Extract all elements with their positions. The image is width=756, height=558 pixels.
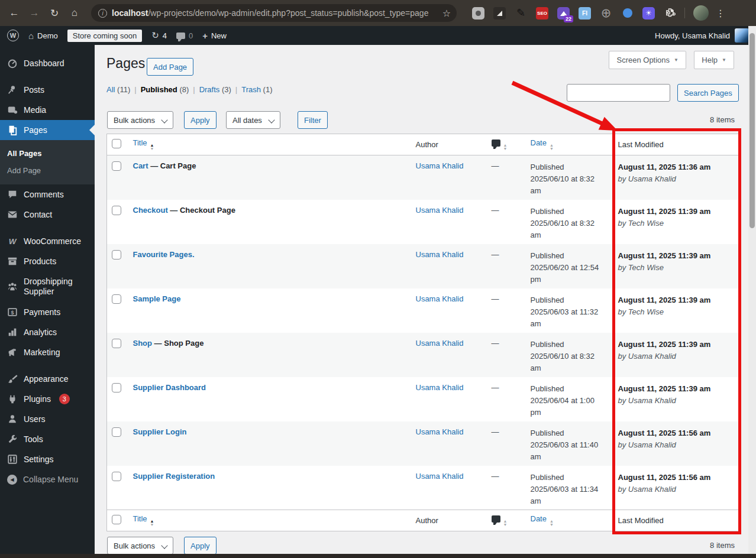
- vertical-scrollbar[interactable]: [748, 26, 756, 554]
- howdy-account-link[interactable]: Howdy, Usama Khalid: [655, 31, 730, 40]
- author-link[interactable]: Usama Khalid: [416, 339, 464, 348]
- comments-link[interactable]: 0: [176, 31, 193, 40]
- browser-menu-icon[interactable]: ⋮: [716, 8, 725, 19]
- sidebar-item-posts[interactable]: Posts: [0, 80, 95, 100]
- submenu-all-pages[interactable]: All Pages: [0, 145, 95, 162]
- sidebar-item-woocommerce[interactable]: W WooCommerce: [0, 231, 95, 251]
- dark-tool-extension-icon[interactable]: [493, 7, 506, 20]
- sidebar-item-products[interactable]: Products: [0, 251, 95, 271]
- author-link[interactable]: Usama Khalid: [416, 206, 464, 215]
- view-published-count: (8): [179, 85, 189, 94]
- search-input[interactable]: [567, 84, 670, 102]
- globe-extension-icon[interactable]: ⊕: [600, 7, 612, 20]
- home-icon[interactable]: ⌂: [66, 5, 83, 21]
- sort-title-header[interactable]: Title: [133, 138, 147, 147]
- row-checkbox[interactable]: [112, 339, 121, 348]
- sun-extension-icon[interactable]: ☀: [642, 7, 655, 20]
- apply-button[interactable]: Apply: [184, 111, 217, 129]
- view-published-link[interactable]: Published: [141, 85, 177, 94]
- bookmark-star-icon[interactable]: ☆: [442, 8, 451, 19]
- browser-profile-avatar[interactable]: [693, 5, 709, 21]
- wp-logo-menu[interactable]: W: [7, 30, 19, 41]
- collapse-menu-button[interactable]: ◀ Collapse Menu: [0, 469, 95, 489]
- row-checkbox[interactable]: [112, 250, 121, 259]
- sort-comments-header[interactable]: ▲▼: [487, 510, 526, 531]
- address-bar[interactable]: i localhost/wp-projects/demo/wp-admin/ed…: [91, 4, 457, 22]
- screenshot-extension-icon[interactable]: [472, 7, 484, 20]
- add-page-button[interactable]: Add Page: [147, 58, 193, 76]
- bulk-actions-select[interactable]: Bulk actions: [107, 111, 173, 129]
- row-checkbox[interactable]: [112, 427, 121, 437]
- site-info-icon[interactable]: i: [98, 9, 107, 18]
- sidebar-item-dashboard[interactable]: Dashboard: [0, 53, 95, 73]
- sidebar-item-payments[interactable]: $ Payments: [0, 302, 95, 322]
- help-button[interactable]: Help ▼: [694, 51, 734, 69]
- view-all-link[interactable]: All: [106, 85, 115, 94]
- search-pages-button[interactable]: Search Pages: [677, 84, 739, 102]
- apply-button-bottom[interactable]: Apply: [184, 537, 217, 554]
- author-link[interactable]: Usama Khalid: [416, 472, 464, 481]
- page-title-link[interactable]: Shop: [133, 339, 153, 348]
- select-all-checkbox[interactable]: [112, 515, 121, 524]
- author-header: Author: [411, 134, 487, 155]
- author-link[interactable]: Usama Khalid: [416, 383, 464, 392]
- author-link[interactable]: Usama Khalid: [416, 250, 464, 259]
- extensions-puzzle-icon[interactable]: [664, 7, 676, 20]
- user-avatar[interactable]: [735, 28, 749, 43]
- sidebar-item-plugins[interactable]: Plugins 3: [0, 389, 95, 409]
- sidebar-item-tools[interactable]: Tools: [0, 429, 95, 449]
- sort-date-header[interactable]: Date: [531, 138, 547, 147]
- author-link[interactable]: Usama Khalid: [416, 294, 464, 303]
- row-checkbox[interactable]: [112, 294, 121, 304]
- page-title-link[interactable]: Cart: [133, 161, 148, 170]
- filter-button[interactable]: Filter: [298, 111, 328, 129]
- sort-date-header[interactable]: Date: [531, 514, 547, 523]
- page-title-link[interactable]: Supplier Login: [133, 427, 187, 436]
- sort-comments-header[interactable]: ▲▼: [487, 134, 526, 155]
- reload-icon[interactable]: ↻: [46, 5, 63, 21]
- page-title-link[interactable]: Sample Page: [133, 294, 181, 303]
- submenu-add-page[interactable]: Add Page: [0, 162, 95, 179]
- scrollbar-thumb[interactable]: [749, 33, 755, 228]
- updates-link[interactable]: ↻ 4: [151, 30, 167, 41]
- badge-extension-icon[interactable]: 22: [557, 7, 570, 20]
- page-title-link[interactable]: Supplier Registeration: [133, 472, 215, 481]
- back-icon[interactable]: ←: [6, 5, 22, 21]
- view-trash-link[interactable]: Trash: [241, 85, 261, 94]
- author-link[interactable]: Usama Khalid: [416, 427, 464, 436]
- screen-options-button[interactable]: Screen Options ▼: [609, 51, 686, 69]
- sort-title-header[interactable]: Title: [133, 514, 147, 523]
- date-filter-select[interactable]: All dates: [226, 111, 280, 129]
- seo-extension-icon[interactable]: SEO: [536, 7, 548, 20]
- sidebar-item-comments[interactable]: Comments: [0, 184, 95, 205]
- row-checkbox[interactable]: [112, 161, 121, 171]
- forward-icon[interactable]: →: [26, 5, 43, 21]
- row-checkbox[interactable]: [112, 383, 121, 392]
- sidebar-item-pages[interactable]: Pages: [0, 120, 95, 140]
- sidebar-item-media[interactable]: Media: [0, 100, 95, 120]
- view-drafts-link[interactable]: Drafts: [199, 85, 220, 94]
- sidebar-item-analytics[interactable]: Analytics: [0, 322, 95, 342]
- bulk-actions-select-bottom[interactable]: Bulk actions: [107, 537, 173, 554]
- page-title-link[interactable]: Checkout: [133, 206, 168, 215]
- select-all-checkbox[interactable]: [112, 139, 121, 148]
- page-title-link[interactable]: Supplier Dashboard: [133, 383, 206, 392]
- sidebar-item-contact[interactable]: Contact: [0, 205, 95, 225]
- coming-soon-notice[interactable]: Store coming soon: [67, 30, 142, 42]
- page-title-suffix: — Cart Page: [148, 161, 196, 170]
- sidebar-item-users[interactable]: Users: [0, 409, 95, 429]
- pen-extension-icon[interactable]: ✎: [515, 7, 527, 20]
- site-name: Demo: [37, 31, 58, 40]
- author-link[interactable]: Usama Khalid: [416, 161, 464, 170]
- row-checkbox[interactable]: [112, 206, 121, 215]
- sidebar-item-appearance[interactable]: Appearance: [0, 369, 95, 389]
- fi-extension-icon[interactable]: FI: [579, 7, 591, 20]
- blue-dot-extension-icon[interactable]: [621, 7, 634, 20]
- sidebar-item-dropshipping-supplier[interactable]: Dropshipping Supplier: [0, 271, 95, 302]
- site-name-link[interactable]: ⌂ Demo: [28, 31, 58, 41]
- row-checkbox[interactable]: [112, 472, 121, 481]
- sidebar-item-settings[interactable]: Settings: [0, 449, 95, 469]
- page-title-link[interactable]: Favourite Pages.: [133, 250, 195, 259]
- sidebar-item-marketing[interactable]: Marketing: [0, 342, 95, 362]
- new-content-link[interactable]: + New: [202, 31, 227, 41]
